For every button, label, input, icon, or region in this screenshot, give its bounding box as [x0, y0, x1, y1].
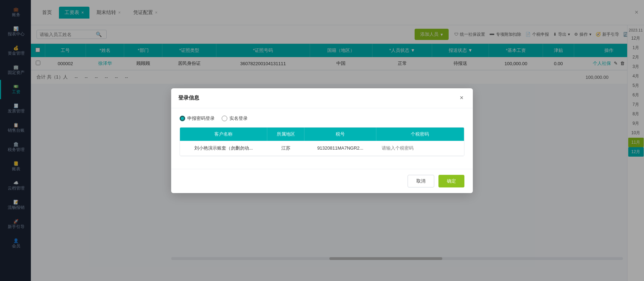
radio-realname-label: 实名登录	[229, 115, 248, 122]
radio-realname-login[interactable]: 实名登录	[222, 115, 248, 122]
login-info-modal: 登录信息 × 申报密码登录 实名登录 客户名称	[171, 88, 473, 193]
login-table-wrapper: 客户名称 所属地区 税号 个税密码 刘小艳演示账套（勿删勿动... 江苏 913…	[180, 127, 464, 156]
modal-close-button[interactable]: ×	[457, 94, 466, 102]
modal-header: 登录信息 ×	[171, 88, 473, 108]
confirm-button[interactable]: 确定	[438, 175, 464, 187]
col-region: 所属地区	[267, 128, 304, 141]
inner-table-row: 刘小艳演示账套（勿删勿动... 江苏 91320811MA7NGR2...	[180, 141, 464, 156]
login-type-radio-group: 申报密码登录 实名登录	[180, 115, 464, 122]
cancel-button[interactable]: 取消	[408, 175, 434, 187]
client-name-cell: 刘小艳演示账套（勿删勿动...	[180, 141, 267, 156]
region-cell: 江苏	[267, 141, 304, 156]
col-tax-no: 税号	[304, 128, 376, 141]
col-client-name: 客户名称	[180, 128, 267, 141]
radio-password-input[interactable]	[180, 116, 185, 121]
col-tax-password: 个税密码	[376, 128, 464, 141]
tax-password-input[interactable]	[382, 145, 458, 151]
modal-footer: 取消 确定	[171, 169, 473, 193]
inner-table-header-row: 客户名称 所属地区 税号 个税密码	[180, 128, 464, 141]
tax-password-cell[interactable]	[376, 141, 464, 156]
radio-password-label: 申报密码登录	[187, 115, 215, 122]
radio-realname-input[interactable]	[222, 116, 227, 121]
modal-body: 申报密码登录 实名登录 客户名称 所属地区 税号 个税密码	[171, 108, 473, 169]
login-table: 客户名称 所属地区 税号 个税密码 刘小艳演示账套（勿删勿动... 江苏 913…	[180, 128, 464, 156]
tax-no-cell: 91320811MA7NGR2...	[304, 141, 376, 156]
modal-title: 登录信息	[178, 95, 199, 101]
radio-password-login[interactable]: 申报密码登录	[180, 115, 215, 122]
modal-overlay: 登录信息 × 申报密码登录 实名登录 客户名称	[0, 0, 644, 281]
